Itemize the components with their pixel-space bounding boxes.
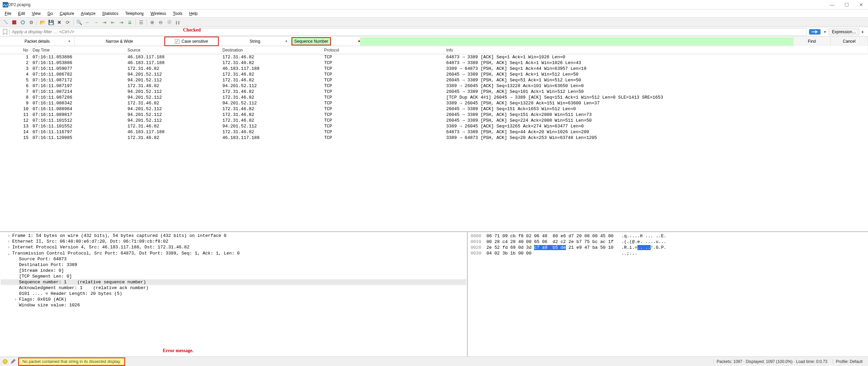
restart-capture-icon[interactable] <box>19 19 26 26</box>
minimize-button[interactable]: — <box>828 1 836 8</box>
table-row[interactable]: 1207:16:11.10151294.201.52.112172.31.46.… <box>0 118 868 123</box>
close-file-icon[interactable]: ✖ <box>56 19 63 26</box>
zoom-out-icon[interactable]: ⊖ <box>157 19 164 26</box>
col-no[interactable]: No <box>0 47 31 53</box>
detail-line[interactable]: Flags: 0x010 (ACK) <box>1 297 466 302</box>
detail-line[interactable]: [TCP Segment Len: 0] <box>1 273 466 279</box>
edit-capture-comment-icon[interactable] <box>10 359 16 364</box>
cursor-indicator: • <box>358 38 360 45</box>
goto-packet-icon[interactable]: ⇥ <box>101 19 108 26</box>
menu-file[interactable]: File <box>1 11 15 17</box>
titlebar: DP2.pcapng — ☐ ✕ <box>0 0 868 9</box>
packet-details-pane[interactable]: Frame 1: 54 bytes on wire (432 bits), 54… <box>0 232 468 357</box>
toolbar: ⚙ 📂 💾 ✖ ⟳ 🔍 ← → ⇥ ⇤ ⇥ ⇊ ☰ ⊕ ⊖ ⦾ ⫿⫿ <box>0 18 868 27</box>
hex-line[interactable]: 0020 2e 52 fd 69 0d 3d c7 a9 b5 de 21 e9… <box>471 245 865 251</box>
filter-history-dropdown[interactable]: ▾ <box>823 29 827 34</box>
detail-line[interactable]: Sequence number: 1 (relative sequence nu… <box>1 279 466 285</box>
table-row[interactable]: 1507:16:11.120985172.31.46.8246.183.117.… <box>0 135 868 141</box>
table-row[interactable]: 307:16:11.059077172.31.46.8246.183.117.1… <box>0 66 868 72</box>
options-icon[interactable]: ⚙ <box>27 19 35 26</box>
detail-line[interactable]: [Stream index: 0] <box>1 268 466 273</box>
display-filter-input[interactable] <box>9 28 807 36</box>
go-forward-icon[interactable]: → <box>92 19 100 26</box>
col-destination[interactable]: Destination <box>220 47 322 53</box>
detail-line[interactable]: 0101 .... = Header Length: 20 bytes (5) <box>1 291 466 297</box>
autoscroll-icon[interactable]: ⇊ <box>126 19 134 26</box>
expert-info-led[interactable] <box>3 359 7 364</box>
menu-edit[interactable]: Edit <box>15 11 28 17</box>
packet-count-status: Packets: 1097 · Displayed: 1097 (100.0%)… <box>713 359 830 364</box>
go-back-icon[interactable]: ← <box>84 19 91 26</box>
packet-list-header: No Day Time Source Destination Protocol … <box>0 46 868 54</box>
detail-line[interactable]: Ethernet II, Src: 06:48:80:e6:d7:20, Dst… <box>1 239 466 244</box>
menu-telephony[interactable]: Telephony <box>122 11 147 17</box>
col-daytime[interactable]: Day Time <box>31 47 125 53</box>
menu-statistics[interactable]: Statistics <box>99 11 122 17</box>
table-row[interactable]: 1307:16:11.101552172.31.46.8294.201.52.1… <box>0 123 868 129</box>
zoom-reset-icon[interactable]: ⦾ <box>165 19 173 26</box>
charset-combo[interactable]: Narrow & Wide <box>75 37 164 46</box>
colorize-icon[interactable]: ☰ <box>137 19 145 26</box>
table-row[interactable]: 107:16:11.05388646.183.117.188172.31.46.… <box>0 54 868 60</box>
packet-list-body[interactable]: 107:16:11.05388646.183.117.188172.31.46.… <box>0 54 868 231</box>
packet-bytes-pane[interactable]: 0000 06 71 09 cb f8 02 06 48 80 e6 d7 20… <box>468 232 868 357</box>
find-packet-icon[interactable]: 🔍 <box>75 19 83 26</box>
detail-line[interactable]: Transmission Control Protocol, Src Port:… <box>1 250 466 256</box>
table-row[interactable]: 207:16:11.05388646.183.117.188172.31.46.… <box>0 60 868 66</box>
start-capture-icon[interactable] <box>2 19 9 26</box>
close-button[interactable]: ✕ <box>857 1 865 8</box>
save-file-icon[interactable]: 💾 <box>47 19 55 26</box>
status-bar: No packet contained that string in its d… <box>0 357 868 366</box>
menu-tools[interactable]: Tools <box>170 11 186 17</box>
apply-filter-icon[interactable] <box>809 28 823 35</box>
table-row[interactable]: 707:16:11.08721494.201.52.112172.31.46.8… <box>0 89 868 95</box>
table-row[interactable]: 1107:16:11.08981794.201.52.112172.31.46.… <box>0 112 868 118</box>
reload-icon[interactable]: ⟳ <box>64 19 72 26</box>
menu-view[interactable]: View <box>28 11 44 17</box>
col-protocol[interactable]: Protocol <box>322 47 444 53</box>
open-file-icon[interactable]: 📂 <box>39 19 46 26</box>
add-filter-button[interactable]: + <box>859 28 866 35</box>
table-row[interactable]: 907:16:11.088342172.31.46.8294.201.52.11… <box>0 100 868 106</box>
filter-bookmark-icon[interactable] <box>2 29 8 35</box>
maximize-button[interactable]: ☐ <box>843 1 851 8</box>
col-info[interactable]: Info <box>444 47 868 53</box>
search-input[interactable] <box>360 37 793 45</box>
table-row[interactable]: 407:16:11.08678294.201.52.112172.31.46.8… <box>0 72 868 77</box>
menu-wireless[interactable]: Wireless <box>147 11 170 17</box>
stop-capture-icon[interactable] <box>11 19 18 26</box>
menu-go[interactable]: Go <box>44 11 56 17</box>
detail-line[interactable]: Frame 1: 54 bytes on wire (432 bits), 54… <box>1 233 466 239</box>
find-button[interactable]: Find <box>793 37 831 46</box>
menu-analyze[interactable]: Analyze <box>78 11 99 17</box>
menu-help[interactable]: Help <box>186 11 201 17</box>
search-type-combo[interactable]: String▼ <box>219 37 292 46</box>
resize-columns-icon[interactable]: ⫿⫿ <box>174 19 181 26</box>
case-sensitive-checkbox[interactable]: ✓ Case sensitive <box>164 37 219 46</box>
table-row[interactable]: 1007:16:11.08898494.201.52.112172.31.46.… <box>0 106 868 112</box>
search-in-combo[interactable]: Packet details▼ <box>0 37 75 46</box>
detail-line[interactable]: Destination Port: 3389 <box>1 262 466 268</box>
first-packet-icon[interactable]: ⇤ <box>109 19 117 26</box>
table-row[interactable]: 1407:16:11.11679746.183.117.188172.31.46… <box>0 129 868 135</box>
detail-line[interactable]: Acknowledgment number: 1 (relative ack n… <box>1 285 466 291</box>
detail-line[interactable]: Source Port: 64873 <box>1 256 466 262</box>
detail-line[interactable]: Window size value: 1026 <box>1 302 466 308</box>
menu-capture[interactable]: Capture <box>56 11 78 17</box>
search-input-value[interactable]: Sequence Number <box>294 39 328 44</box>
expression-button[interactable]: Expression… <box>829 28 859 35</box>
hex-line[interactable]: 0010 00 28 c4 28 40 00 65 06 d2 c2 2e b7… <box>471 239 865 245</box>
status-message: No packet contained that string in its d… <box>18 358 125 366</box>
detail-line[interactable]: Internet Protocol Version 4, Src: 46.183… <box>1 244 466 250</box>
table-row[interactable]: 507:16:11.08717294.201.52.112172.31.46.8… <box>0 77 868 83</box>
last-packet-icon[interactable]: ⇥ <box>118 19 125 26</box>
table-row[interactable]: 607:16:11.087197172.31.46.8294.201.52.11… <box>0 83 868 89</box>
profile-status[interactable]: Profile: Default <box>833 359 865 364</box>
col-source[interactable]: Source <box>125 47 220 53</box>
cancel-button[interactable]: Cancel <box>831 37 868 46</box>
zoom-in-icon[interactable]: ⊕ <box>149 19 156 26</box>
search-input-wrapper: Sequence Number • <box>292 37 793 46</box>
hex-line[interactable]: 0030 04 02 3b 1b 00 00 ..;... <box>471 251 865 257</box>
hex-line[interactable]: 0000 06 71 09 cb f8 02 06 48 80 e6 d7 20… <box>471 233 865 239</box>
table-row[interactable]: 807:16:11.08728694.201.52.112172.31.46.8… <box>0 95 868 100</box>
